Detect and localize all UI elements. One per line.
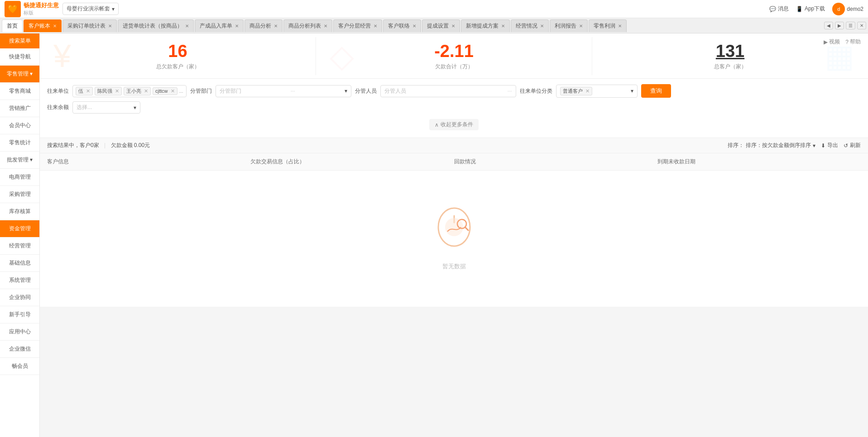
export-btn[interactable]: ⬇ 导出 — [821, 142, 838, 149]
tab-customer-tier[interactable]: 客户分层经营 ✕ — [333, 19, 382, 32]
close-tab-customer-account[interactable]: ✕ — [53, 24, 57, 28]
stat-label-debtors: 总欠款客户（家） — [156, 63, 200, 71]
stat-label-customers: 总客户（家） — [714, 63, 747, 71]
filter-category-select[interactable]: 普通客户✕ ▾ — [556, 85, 638, 98]
dept-more-icon: ··· — [291, 88, 295, 94]
col-header-debt: 欠款交易信息（占比） — [250, 158, 454, 166]
close-tab-goods-stats[interactable]: ✕ — [185, 24, 189, 28]
logo-icon: 🧡 — [5, 1, 21, 17]
sidebar-item-member-center[interactable]: 会员中心 — [0, 117, 39, 134]
close-tab-operation[interactable]: ✕ — [540, 24, 544, 28]
tab-next-btn[interactable]: ▶ — [835, 22, 844, 29]
sidebar-item-app-center[interactable]: 应用中心 — [0, 323, 39, 341]
sidebar-item-quick-nav[interactable]: 快捷导航 — [0, 48, 39, 66]
logo-area: 🧡 畅捷通好生意 标版 — [5, 1, 59, 17]
sidebar-item-purchase-mgmt[interactable]: 采购管理 — [0, 186, 39, 203]
sidebar-item-ecommerce[interactable]: 电商管理 — [0, 169, 39, 186]
close-tab-production[interactable]: ✕ — [235, 24, 239, 28]
tab-customer-account[interactable]: 客户账本 ✕ — [24, 19, 62, 32]
help-btn[interactable]: ? 帮助 — [845, 38, 861, 46]
close-tab-profit-report[interactable]: ✕ — [579, 24, 583, 28]
user-menu[interactable]: d demo2 — [832, 3, 863, 15]
close-tab-customer-contact[interactable]: ✕ — [412, 24, 416, 28]
logo-sub: 标版 — [24, 10, 59, 16]
top-bar-left: 🧡 畅捷通好生意 标版 母婴行业演示帐套 ▾ — [5, 1, 119, 17]
app-download-btn[interactable]: 📱 App下载 — [796, 5, 825, 13]
sidebar-item-chang-member[interactable]: 畅会员 — [0, 358, 39, 375]
svg-line-4 — [465, 227, 468, 230]
query-button[interactable]: 查询 — [641, 84, 671, 98]
remove-tag-wu[interactable]: ✕ — [86, 88, 90, 94]
dept-chevron-icon: ▾ — [345, 88, 347, 94]
sidebar-item-newbie-guide[interactable]: 新手引导 — [0, 306, 39, 323]
main-layout: 搜索菜单 快捷导航 零售管理 ▾ 零售商城 营销推广 会员中心 零售统计 批发管… — [0, 33, 868, 437]
video-btn[interactable]: ▶ 视频 — [824, 38, 840, 46]
message-btn[interactable]: 💬 消息 — [769, 5, 789, 13]
filter-more-tags[interactable]: ... — [179, 88, 183, 94]
sidebar-item-basic-info[interactable]: 基础信息 — [0, 255, 39, 272]
tab-prev-btn[interactable]: ◀ — [824, 22, 833, 29]
close-tab-retail-profit[interactable]: ✕ — [618, 24, 622, 28]
collapse-btn[interactable]: ∧ 收起更多条件 — [429, 119, 479, 130]
sidebar-item-enterprise-wechat[interactable]: 企业微信 — [0, 341, 39, 358]
table-header: 客户信息 欠款交易信息（占比） 回款情况 到期未收款日期 — [40, 153, 868, 171]
close-tab-product-analysis[interactable]: ✕ — [274, 24, 278, 28]
tab-product-analysis-list[interactable]: 商品分析列表 ✕ — [283, 19, 332, 32]
tab-profit-report[interactable]: 利润报告 ✕ — [550, 19, 588, 32]
filter-dept-select[interactable]: 分管部门 ··· ▾ — [216, 85, 351, 97]
filter-person-select[interactable]: 分管人员 ··· — [380, 85, 516, 97]
sidebar-item-enterprise-collab[interactable]: 企业协同 — [0, 289, 39, 306]
tab-purchase-order[interactable]: 采购订单统计表 ✕ — [62, 19, 117, 32]
data-table: 客户信息 欠款交易信息（占比） 回款情况 到期未收款日期 — [40, 153, 868, 307]
empty-icon — [434, 207, 475, 257]
version-selector[interactable]: 母婴行业演示帐套 ▾ — [62, 3, 119, 15]
close-tab-customer-tier[interactable]: ✕ — [374, 24, 377, 28]
close-tab-new-commission[interactable]: ✕ — [501, 24, 505, 28]
tab-menu-btn[interactable]: ☰ — [846, 22, 855, 29]
tab-production[interactable]: 产成品入库单 ✕ — [195, 19, 244, 32]
close-tab-commission-settings[interactable]: ✕ — [451, 24, 455, 28]
sidebar-item-marketing[interactable]: 营销推广 — [0, 100, 39, 117]
sidebar-item-system-mgmt[interactable]: 系统管理 — [0, 272, 39, 289]
top-bar: 🧡 畅捷通好生意 标版 母婴行业演示帐套 ▾ 💬 消息 📱 App下载 d de… — [0, 0, 868, 18]
tab-home[interactable]: 首页 — [2, 19, 23, 32]
remove-tag-normal-customer[interactable]: ✕ — [585, 88, 590, 94]
tab-product-analysis[interactable]: 商品分析 ✕ — [245, 19, 283, 32]
export-icon: ⬇ — [821, 142, 825, 149]
tab-controls: ◀ ▶ ☰ ✕ — [824, 22, 866, 29]
sort-select[interactable]: 排序： 排序：按欠款金额倒序排序 ▾ — [728, 142, 815, 149]
tab-operation[interactable]: 经营情况 ✕ — [511, 19, 549, 32]
tab-commission-settings[interactable]: 提成设置 ✕ — [422, 19, 460, 32]
filter-tag-wangxiaoliang[interactable]: 王小亮✕ — [124, 87, 151, 95]
remove-tag-chenminqiang[interactable]: ✕ — [115, 88, 119, 94]
tab-new-commission[interactable]: 新增提成方案 ✕ — [461, 19, 510, 32]
filter-tag-normal-customer[interactable]: 普通客户✕ — [560, 87, 592, 95]
filter-tag-wu[interactable]: 伍✕ — [76, 87, 93, 95]
remove-tag-wangxiaoliang[interactable]: ✕ — [144, 88, 148, 94]
filter-balance-select[interactable]: 选择... ▾ — [72, 101, 140, 114]
sidebar: 搜索菜单 快捷导航 零售管理 ▾ 零售商城 营销推广 会员中心 零售统计 批发管… — [0, 33, 40, 437]
stat-total-debt: ◇ -2.11 欠款合计（万） — [316, 37, 592, 75]
sidebar-item-wholesale-mgmt[interactable]: 批发管理 ▾ — [0, 152, 39, 169]
close-tab-purchase-order[interactable]: ✕ — [108, 24, 112, 28]
tab-customer-contact[interactable]: 客户联络 ✕ — [383, 19, 421, 32]
sidebar-item-business-mgmt[interactable]: 经营管理 — [0, 238, 39, 255]
sidebar-item-inventory[interactable]: 库存核算 — [0, 203, 39, 220]
filter-tag-cjttcw[interactable]: cjttcw✕ — [153, 87, 177, 95]
close-tab-product-analysis-list[interactable]: ✕ — [324, 24, 327, 28]
sidebar-item-retail-stats[interactable]: 零售统计 — [0, 134, 39, 152]
sidebar-item-retail-mall[interactable]: 零售商城 — [0, 83, 39, 100]
refresh-btn[interactable]: ↺ 刷新 — [844, 142, 861, 149]
col-header-customer: 客户信息 — [47, 158, 250, 166]
sidebar-search[interactable]: 搜索菜单 — [0, 33, 39, 48]
tab-goods-stats[interactable]: 进货单统计表（按商品） ✕ — [118, 19, 194, 32]
tab-retail-profit[interactable]: 零售利润 ✕ — [589, 19, 627, 32]
stat-value-debtors: 16 — [168, 42, 187, 61]
tab-bar: 首页 客户账本 ✕ 采购订单统计表 ✕ 进货单统计表（按商品） ✕ 产成品入库单… — [0, 18, 868, 33]
remove-tag-cjttcw[interactable]: ✕ — [171, 88, 175, 94]
sidebar-item-retail-mgmt[interactable]: 零售管理 ▾ — [0, 66, 39, 83]
filter-unit-tags[interactable]: 伍✕ 陈民强✕ 王小亮✕ cjttcw✕ ... — [72, 85, 187, 97]
tab-close-all-btn[interactable]: ✕ — [857, 22, 866, 29]
filter-tag-chenminqiang[interactable]: 陈民强✕ — [95, 87, 122, 95]
sidebar-item-finance[interactable]: 资金管理 — [0, 220, 39, 238]
